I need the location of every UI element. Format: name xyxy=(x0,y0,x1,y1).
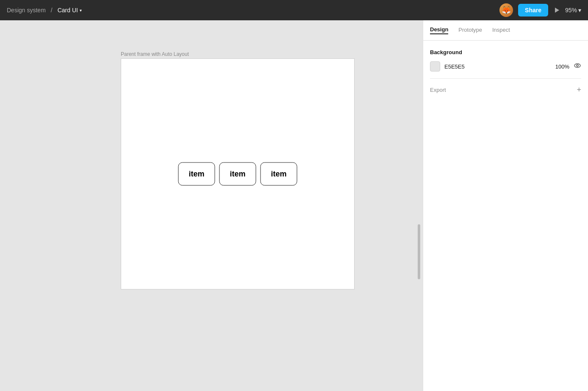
topbar-left: Design system / Card UI ▾ xyxy=(7,7,82,14)
svg-point-1 xyxy=(574,64,580,68)
color-value: E5E5E5 xyxy=(444,63,551,70)
frame-label: Parent frame with Auto Layout xyxy=(121,51,189,57)
item-2-label: item xyxy=(230,170,245,179)
topbar-right: 🦊 Share 95% ▾ xyxy=(499,3,581,17)
file-title: Card UI xyxy=(58,7,78,14)
item-3[interactable]: item xyxy=(261,162,297,186)
tab-design[interactable]: Design xyxy=(430,26,448,34)
main-layout: Parent frame with Auto Layout item item … xyxy=(0,0,588,391)
panel-content: Background E5E5E5 100% Export + xyxy=(423,41,588,391)
items-row: item item item xyxy=(178,162,297,186)
divider xyxy=(430,78,581,79)
color-swatch[interactable] xyxy=(430,61,440,72)
zoom-chevron-icon: ▾ xyxy=(578,7,581,14)
scrollbar[interactable] xyxy=(418,224,420,279)
svg-marker-0 xyxy=(555,8,559,13)
play-button[interactable] xyxy=(553,7,560,14)
export-row: Export + xyxy=(430,85,581,94)
right-panel: Design Prototype Inspect Background E5E5… xyxy=(423,20,588,391)
svg-point-2 xyxy=(577,65,578,66)
background-row: E5E5E5 100% xyxy=(430,61,581,72)
panel-tabs: Design Prototype Inspect xyxy=(423,20,588,41)
avatar[interactable]: 🦊 xyxy=(499,3,513,17)
zoom-level: 95% xyxy=(565,7,577,14)
breadcrumb: Design system xyxy=(7,7,46,14)
visibility-icon[interactable] xyxy=(574,62,581,71)
add-export-icon[interactable]: + xyxy=(577,85,581,94)
zoom-button[interactable]: 95% ▾ xyxy=(565,7,581,14)
tab-inspect[interactable]: Inspect xyxy=(492,27,510,34)
item-2[interactable]: item xyxy=(219,162,256,186)
opacity-value: 100% xyxy=(555,63,569,70)
tab-prototype[interactable]: Prototype xyxy=(458,27,482,34)
breadcrumb-separator: / xyxy=(51,7,53,14)
background-section-title: Background xyxy=(430,49,581,55)
item-3-label: item xyxy=(271,170,287,179)
topbar: Design system / Card UI ▾ 🦊 Share 95% ▾ xyxy=(0,0,588,20)
title-chevron-icon: ▾ xyxy=(80,8,82,13)
item-1[interactable]: item xyxy=(178,162,215,186)
canvas-area[interactable]: Parent frame with Auto Layout item item … xyxy=(0,20,423,391)
frame-container: item item item xyxy=(121,58,355,289)
share-button[interactable]: Share xyxy=(518,4,548,17)
item-1-label: item xyxy=(189,170,204,179)
export-label: Export xyxy=(430,87,446,93)
file-title-button[interactable]: Card UI ▾ xyxy=(58,7,82,14)
